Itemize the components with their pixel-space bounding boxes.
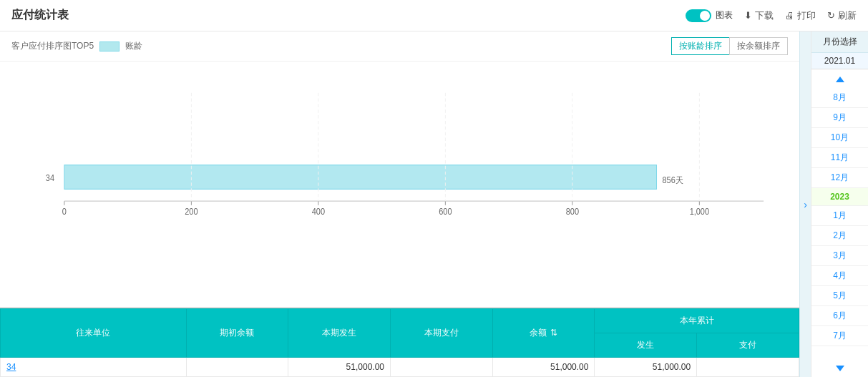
sidebar-month-list: 8月9月10月11月12月20231月2月3月4月5月6月7月: [811, 88, 868, 358]
chevron-up-icon: [836, 77, 844, 82]
sidebar-month-picker-header: 月份选择: [811, 31, 868, 53]
legend-label: 客户应付排序图TOP5: [11, 40, 94, 52]
chart-header: 客户应付排序图TOP5 账龄 按账龄排序 按余额排序: [0, 31, 799, 62]
sidebar-month-item[interactable]: 6月: [811, 306, 868, 326]
chevron-right-icon: ›: [804, 199, 807, 210]
data-table-area: 往来单位 期初余额 本期发生 本期支付 余额 ⇅ 本年累计 发生: [0, 307, 799, 377]
cell-ytd-occur: 51,000.00: [595, 358, 697, 377]
svg-text:200: 200: [185, 207, 198, 217]
print-button[interactable]: 🖨 打印: [785, 9, 816, 22]
sidebar-collapse-arrow[interactable]: ›: [799, 31, 811, 377]
cell-unit[interactable]: 34: [1, 358, 187, 377]
legend-box-icon: [99, 41, 120, 52]
sidebar-month-item[interactable]: 9月: [811, 108, 868, 128]
chart-toggle-label: 图表: [716, 9, 733, 21]
th-opening: 期初余额: [186, 309, 288, 358]
th-ytd-pay: 支付: [697, 333, 799, 358]
cell-current-pay: [391, 358, 493, 377]
download-button[interactable]: ⬇ 下载: [744, 9, 774, 22]
sidebar-scroll-up-button[interactable]: [811, 69, 868, 88]
svg-text:800: 800: [566, 207, 580, 217]
chart-toggle[interactable]: [686, 9, 711, 22]
sidebar-month-item[interactable]: 12月: [811, 168, 868, 188]
th-ytd: 本年累计: [595, 309, 799, 333]
chart-bar: [64, 165, 657, 190]
sidebar-current-year-month[interactable]: 2021.01: [811, 53, 868, 69]
cell-current-occur: 51,000.00: [288, 358, 391, 377]
table-row: 34 51,000.00 51,000.00 51,000.00: [1, 358, 799, 377]
refresh-button[interactable]: ↻ 刷新: [827, 9, 857, 22]
unit-link[interactable]: 34: [6, 362, 16, 372]
chart-legend: 客户应付排序图TOP5 账龄: [11, 40, 142, 52]
sort-by-balance-button[interactable]: 按账龄排序: [671, 37, 729, 55]
download-icon: ⬇: [744, 10, 752, 21]
header-actions: 图表 ⬇ 下载 🖨 打印 ↻ 刷新: [686, 9, 857, 22]
sidebar-month-item[interactable]: 8月: [811, 88, 868, 108]
chart-wrapper: 34 856天 0 200 400 600: [0, 62, 799, 307]
sidebar-month-item[interactable]: 3月: [811, 246, 868, 266]
balance-sort-icon[interactable]: ⇅: [550, 328, 557, 338]
th-unit: 往来单位: [1, 309, 187, 358]
legend-box-label: 账龄: [125, 40, 142, 52]
sidebar-month-item[interactable]: 2023: [811, 188, 868, 206]
bar-value-label: 856天: [662, 175, 683, 185]
sidebar-month-item[interactable]: 2月: [811, 226, 868, 246]
th-ytd-occur: 发生: [595, 333, 697, 358]
page-title: 应付统计表: [11, 8, 69, 23]
th-balance: 余额 ⇅: [492, 309, 595, 358]
svg-text:400: 400: [312, 207, 326, 217]
print-icon: 🖨: [785, 10, 794, 21]
y-axis-label: 34: [46, 172, 55, 182]
chart-svg: 34 856天 0 200 400 600: [36, 69, 785, 285]
sidebar-month-item[interactable]: 1月: [811, 206, 868, 226]
data-table: 往来单位 期初余额 本期发生 本期支付 余额 ⇅ 本年累计 发生: [0, 308, 799, 377]
sidebar-month-item[interactable]: 7月: [811, 326, 868, 346]
sort-by-amount-button[interactable]: 按余额排序: [729, 37, 788, 55]
th-current-occur: 本期发生: [288, 309, 391, 358]
refresh-icon: ↻: [827, 10, 835, 21]
sidebar-month-item[interactable]: 5月: [811, 286, 868, 306]
cell-opening: [186, 358, 288, 377]
sidebar-month-item[interactable]: 4月: [811, 266, 868, 286]
sidebar-month-item[interactable]: 10月: [811, 128, 868, 148]
right-sidebar: 月份选择 2021.01 8月9月10月11月12月20231月2月3月4月5月…: [811, 31, 868, 377]
cell-ytd-pay: [697, 358, 799, 377]
th-current-pay: 本期支付: [391, 309, 493, 358]
chart-sort-buttons: 按账龄排序 按余额排序: [671, 37, 788, 55]
sidebar-month-item[interactable]: 11月: [811, 148, 868, 168]
chart-toggle-wrap[interactable]: 图表: [686, 9, 733, 22]
sidebar-scroll-down-button[interactable]: [811, 358, 868, 377]
chevron-down-icon: [836, 366, 844, 371]
svg-text:1,000: 1,000: [690, 207, 710, 217]
svg-text:600: 600: [439, 207, 452, 217]
cell-balance: 51,000.00: [492, 358, 595, 377]
svg-text:0: 0: [62, 207, 67, 217]
